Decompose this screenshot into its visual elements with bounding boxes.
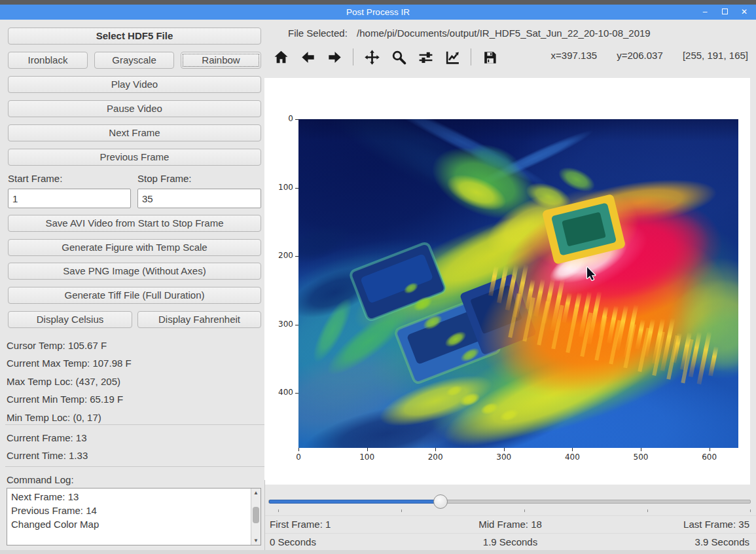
slider-tick [278,509,279,512]
save-png-button[interactable]: Save PNG Image (Without Axes) [8,263,261,280]
colormap-rainbow-button[interactable]: Rainbow [181,52,261,69]
axis-tick-label: 300 [494,452,514,462]
axis-tick-mark [710,448,710,451]
axis-tick-mark [295,393,298,394]
max-temp-loc-readout: Max Temp Loc: (437, 205) [7,373,261,390]
minimize-icon[interactable]: – [700,5,710,20]
customize-icon[interactable] [444,48,461,65]
temperature-readouts: Cursor Temp: 105.67 F Current Max Temp: … [7,337,261,426]
colormap-grayscale-button[interactable]: Grayscale [94,52,174,69]
axis-tick-label: 200 [264,251,293,260]
window-bottom-edge [0,550,756,554]
panel-divider [264,480,265,554]
stop-frame-label: Stop Frame: [137,173,192,184]
subplots-icon[interactable] [417,48,434,65]
save-icon[interactable] [481,48,498,65]
axis-tick-mark [295,188,298,189]
save-avi-button[interactable]: Save AVI Video from Start to Stop Frame [8,215,261,232]
cursor-rgb-readout: [255, 191, 165] [683,50,748,61]
command-log-scrollbar[interactable]: ▲ ▼ [251,489,261,545]
window-title: Post Process IR [0,5,756,20]
cursor-y-readout: y=206.037 [617,50,662,61]
slider-tick [750,509,751,512]
command-log-label: Command Log: [7,474,74,485]
app-window: Post Process IR – ✕ Select HDF5 File Iro… [0,0,756,554]
axis-tick-label: 100 [264,183,293,192]
generate-tiff-button[interactable]: Generate Tiff File (Full Duration) [8,287,261,304]
colormap-ironblack-button[interactable]: Ironblack [8,52,88,69]
mid-frame-label: Mid Frame: 18 [264,519,756,530]
toolbar-separator [353,48,353,65]
plot-panel: File Selected: /home/pi/Documents/output… [264,20,756,554]
next-frame-button[interactable]: Next Frame [8,124,261,141]
axis-tick-mark [295,325,298,325]
close-icon[interactable]: ✕ [739,5,749,20]
axis-tick-mark [572,448,573,451]
select-hdf5-button[interactable]: Select HDF5 File [8,28,261,45]
slider-tick [647,509,648,512]
window-top-edge [0,0,756,5]
scroll-up-icon[interactable]: ▲ [251,489,261,497]
log-line: Changed Color Map [11,517,249,531]
maximize-icon[interactable] [719,5,730,20]
ir-thermal-image[interactable] [298,119,738,448]
matplotlib-toolbar [272,47,498,67]
command-log-textarea[interactable]: Next Frame: 13 Previous Frame: 14 Change… [7,488,261,545]
forward-icon[interactable] [326,48,343,65]
min-temp-loc-readout: Min Temp Loc: (0, 17) [7,409,261,426]
zoom-icon[interactable] [390,48,407,65]
slider-tick [401,509,402,512]
home-icon[interactable] [272,48,289,65]
cursor-coordinates: x=397.135 y=206.037 [255, 191, 165] [551,50,748,61]
display-celsius-button[interactable]: Display Celsius [8,311,132,328]
pause-video-button[interactable]: Pause Video [8,100,261,117]
frame-slider-fill [269,500,441,504]
axis-tick-label: 100 [357,452,378,462]
separator [5,424,264,425]
axis-tick-mark [641,448,641,451]
titlebar[interactable]: Post Process IR – ✕ [0,5,756,20]
display-fahrenheit-button[interactable]: Display Fahrenheit [137,311,261,328]
frame-labels-row: First Frame: 1 Mid Frame: 18 Last Frame:… [264,515,756,532]
window-controls: – ✕ [700,5,749,20]
current-frame-readout: Current Frame: 13 [7,429,261,447]
toolbar-separator [471,48,471,65]
axis-tick-mark [367,448,368,451]
min-temp-readout: Current Min Temp: 65.19 F [7,390,261,408]
scrollbar-thumb[interactable] [253,507,259,524]
frame-info-readouts: Current Frame: 13 Current Time: 1.33 [7,429,261,465]
end-seconds-label: 3.9 Seconds [695,536,749,547]
separator [5,466,264,467]
scroll-down-icon[interactable]: ▼ [251,536,261,545]
axis-tick-label: 200 [425,452,446,462]
axis-tick-mark [435,448,436,451]
axis-tick-mark [295,256,298,257]
start-frame-input[interactable] [8,189,131,208]
file-selected-row: File Selected: /home/pi/Documents/output… [288,28,651,39]
last-frame-label: Last Frame: 35 [683,519,749,530]
stop-frame-input[interactable] [137,189,261,208]
frame-slider[interactable] [268,500,751,504]
axis-tick-label: 0 [288,452,309,462]
frame-slider-thumb[interactable] [433,494,448,509]
axis-tick-label: 0 [264,114,293,123]
log-line: Previous Frame: 14 [11,504,249,517]
start-frame-label: Start Frame: [8,173,62,184]
slider-tick [524,509,525,512]
generate-figure-button[interactable]: Generate Figure with Temp Scale [8,239,261,256]
max-temp-readout: Current Max Temp: 107.98 F [7,354,261,372]
axis-tick-mark [504,448,505,451]
command-log-lines: Next Frame: 13 Previous Frame: 14 Change… [11,490,249,531]
previous-frame-button[interactable]: Previous Frame [8,149,261,166]
play-video-button[interactable]: Play Video [8,76,261,93]
file-path: /home/pi/Documents/output/IR_HDF5_Sat_Ju… [357,28,651,39]
cursor-temp-readout: Cursor Temp: 105.67 F [7,337,261,354]
current-time-readout: Current Time: 1.33 [7,447,261,464]
axis-tick-label: 600 [699,452,720,462]
pan-icon[interactable] [363,48,380,65]
matplotlib-figure: 01002003004000100200300400500600 [264,78,750,485]
back-icon[interactable] [299,48,316,65]
control-panel: Select HDF5 File Ironblack Grayscale Rai… [0,20,264,554]
axis-tick-label: 400 [562,452,583,462]
mid-seconds-label: 1.9 Seconds [264,536,756,547]
